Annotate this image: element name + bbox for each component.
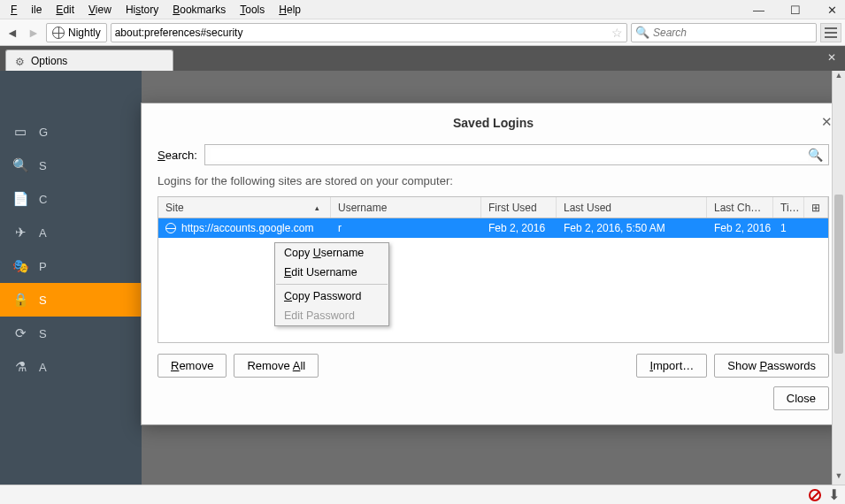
bookmark-star-icon[interactable]: ☆ <box>611 26 623 40</box>
forward-button[interactable]: ► <box>25 24 42 42</box>
download-indicator-icon[interactable]: ⬇ <box>828 486 840 503</box>
sidebar-item-applications[interactable]: ✈A <box>0 216 142 249</box>
globe-icon <box>165 223 176 233</box>
ctx-copy-username[interactable]: Copy Username <box>275 243 388 263</box>
scroll-up-arrow[interactable]: ▲ <box>833 71 845 84</box>
menu-edit[interactable]: Edit <box>49 2 81 18</box>
show-passwords-button[interactable]: Show Passwords <box>714 354 829 378</box>
col-last-used[interactable]: Last Used <box>557 197 707 218</box>
globe-icon <box>52 27 65 39</box>
menu-history[interactable]: History <box>119 2 165 18</box>
remove-button[interactable]: Remove <box>157 354 227 378</box>
tab-options[interactable]: ⚙ Options <box>5 50 173 71</box>
cell-first-used: Feb 2, 2016 <box>481 222 557 234</box>
url-bar[interactable]: ☆ <box>111 23 627 42</box>
prefs-sidebar: ▭G 🔍S 📄C ✈A 🎭P 🔒S ⟳S ⚗A <box>0 71 142 485</box>
scroll-down-arrow[interactable]: ▼ <box>833 471 845 485</box>
table-row[interactable]: https://accounts.google.com r Feb 2, 201… <box>158 218 828 238</box>
mask-icon: 🎭 <box>12 258 28 274</box>
table-header: Site Username First Used Last Used Last … <box>158 197 828 218</box>
remove-all-button[interactable]: Remove All <box>234 354 319 378</box>
import-button[interactable]: Import… <box>636 354 707 378</box>
search-icon: 🔍 <box>12 157 28 173</box>
dialog-search-row: Search: 🔍 <box>157 144 829 165</box>
search-icon[interactable]: 🔍 <box>808 148 823 162</box>
back-button[interactable]: ◄ <box>4 24 21 42</box>
column-picker-button[interactable]: ⊞ <box>804 197 828 218</box>
search-icon: 🔍 <box>635 26 649 39</box>
panel-icon: ▭ <box>12 124 28 140</box>
dialog-description: Logins for the following sites are store… <box>157 174 829 187</box>
cell-last-used: Feb 2, 2016, 5:50 AM <box>557 222 707 234</box>
noscript-icon[interactable] <box>809 489 821 501</box>
col-first-used[interactable]: First Used <box>481 197 557 218</box>
table-body: https://accounts.google.com r Feb 2, 201… <box>158 218 828 342</box>
dialog-search-box[interactable]: 🔍 <box>204 144 829 165</box>
col-username[interactable]: Username <box>331 197 481 218</box>
sidebar-item-advanced[interactable]: ⚗A <box>0 350 142 384</box>
search-input[interactable] <box>653 27 812 39</box>
window-controls: — ☐ ✕ <box>746 0 838 19</box>
search-bar[interactable]: 🔍 <box>631 23 817 42</box>
ctx-edit-username[interactable]: Edit Username <box>275 263 388 282</box>
ctx-separator <box>276 284 388 285</box>
search-label: Search: <box>157 149 197 162</box>
menu-bookmarks[interactable]: Bookmarks <box>165 2 233 18</box>
col-site[interactable]: Site <box>158 197 331 218</box>
document-icon: 📄 <box>12 191 28 207</box>
menu-help[interactable]: Help <box>272 2 308 18</box>
sidebar-item-general[interactable]: ▭G <box>0 115 142 149</box>
identity-box[interactable]: Nightly <box>46 23 107 42</box>
sidebar-item-security[interactable]: 🔒S <box>0 283 142 317</box>
menu-view[interactable]: View <box>81 2 119 18</box>
menu-file[interactable]: File <box>4 2 49 18</box>
sidebar-item-sync[interactable]: ⟳S <box>0 317 142 350</box>
window-close-button[interactable]: ✕ <box>820 2 838 19</box>
url-input[interactable] <box>115 27 608 39</box>
dialog-search-input[interactable] <box>211 149 808 161</box>
tab-strip: ⚙ Options ✕ <box>0 46 845 71</box>
prefs-main: Saved Logins ✕ Search: 🔍 Logins for the … <box>142 71 845 485</box>
identity-label: Nightly <box>68 27 101 39</box>
sidebar-item-privacy[interactable]: 🎭P <box>0 249 142 283</box>
ctx-copy-password[interactable]: Copy Password <box>275 286 388 306</box>
tab-label: Options <box>31 55 67 67</box>
cell-last-changed: Feb 2, 2016 <box>707 222 773 234</box>
close-button[interactable]: Close <box>773 386 829 410</box>
cell-site: https://accounts.google.com <box>158 222 331 234</box>
menu-tools[interactable]: Tools <box>233 2 272 18</box>
col-last-changed[interactable]: Last Ch… <box>707 197 773 218</box>
tabstrip-close-icon[interactable]: ✕ <box>827 51 836 64</box>
menubar: File Edit View History Bookmarks Tools H… <box>0 0 845 19</box>
modal-overlay: Saved Logins ✕ Search: 🔍 Logins for the … <box>142 71 845 485</box>
cell-username: r <box>331 222 481 234</box>
cell-times-used: 1 <box>773 222 804 234</box>
sidebar-item-search[interactable]: 🔍S <box>0 149 142 182</box>
flask-icon: ⚗ <box>12 359 28 375</box>
page-scrollbar[interactable]: ▲ ▼ <box>832 71 845 485</box>
gear-icon: ⚙ <box>15 56 26 66</box>
window-maximize-button[interactable]: ☐ <box>783 2 801 19</box>
content-area: ▭G 🔍S 📄C ✈A 🎭P 🔒S ⟳S ⚗A Saved Logins ✕ S… <box>0 71 845 485</box>
dialog-button-row: Remove Remove All Import… Show Passwords <box>157 354 829 378</box>
rocket-icon: ✈ <box>12 225 28 241</box>
lock-icon: 🔒 <box>12 292 28 308</box>
window-minimize-button[interactable]: — <box>746 2 764 19</box>
sidebar-item-content[interactable]: 📄C <box>0 182 142 216</box>
scroll-thumb[interactable] <box>834 195 843 354</box>
dialog-title: Saved Logins <box>157 116 829 130</box>
app-menu-button[interactable] <box>820 23 841 42</box>
nav-toolbar: ◄ ► Nightly ☆ 🔍 <box>0 19 845 46</box>
col-times-used[interactable]: Ti… <box>773 197 804 218</box>
logins-table: Site Username First Used Last Used Last … <box>157 196 829 343</box>
login-context-menu: Copy Username Edit Username Copy Passwor… <box>274 242 389 326</box>
sync-icon: ⟳ <box>12 325 28 341</box>
saved-logins-dialog: Saved Logins ✕ Search: 🔍 Logins for the … <box>141 103 845 425</box>
ctx-edit-password: Edit Password <box>275 306 388 325</box>
statusbar: ⬇ <box>0 485 845 504</box>
